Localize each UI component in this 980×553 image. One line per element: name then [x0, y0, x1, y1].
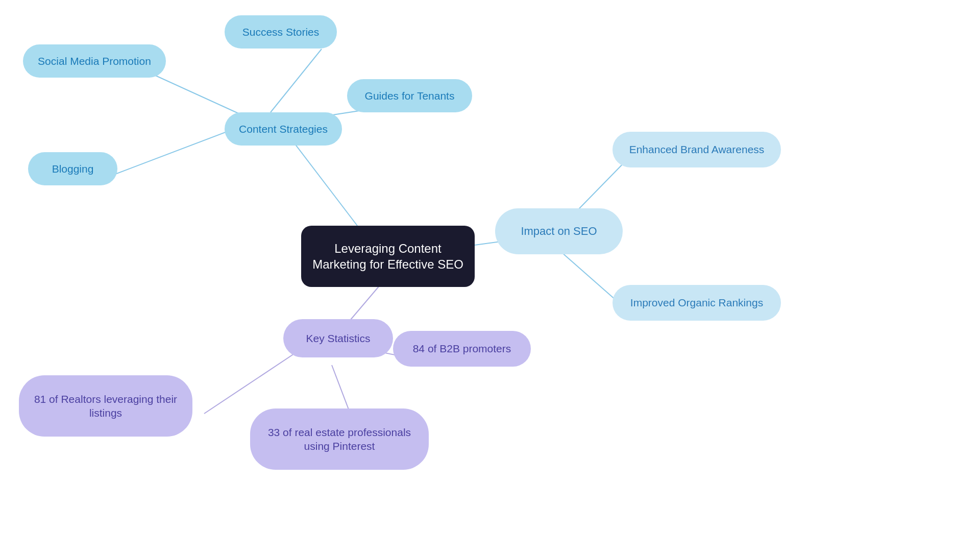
- impact-seo-node: Impact on SEO: [495, 208, 623, 254]
- b2b-promoters-label: 84 of B2B promoters: [408, 342, 517, 355]
- pinterest-label: 33 of real estate professionals using Pi…: [263, 425, 416, 453]
- success-stories-node: Success Stories: [225, 15, 337, 49]
- social-media-node: Social Media Promotion: [23, 44, 166, 78]
- pinterest-node: 33 of real estate professionals using Pi…: [250, 408, 429, 470]
- guides-tenants-label: Guides for Tenants: [360, 89, 460, 103]
- svg-line-4: [107, 129, 235, 177]
- content-strategies-node: Content Strategies: [225, 112, 342, 146]
- improved-rankings-label: Improved Organic Rankings: [625, 296, 768, 309]
- impact-seo-label: Impact on SEO: [516, 224, 602, 239]
- social-media-label: Social Media Promotion: [33, 54, 156, 68]
- blogging-label: Blogging: [47, 162, 99, 176]
- improved-rankings-node: Improved Organic Rankings: [612, 285, 781, 321]
- center-label: Leveraging Content Marketing for Effecti…: [301, 241, 475, 272]
- enhanced-brand-label: Enhanced Brand Awareness: [624, 142, 770, 156]
- svg-line-2: [271, 49, 322, 112]
- key-statistics-node: Key Statistics: [283, 319, 393, 357]
- guides-tenants-node: Guides for Tenants: [347, 79, 472, 112]
- success-stories-label: Success Stories: [237, 25, 325, 39]
- b2b-promoters-node: 84 of B2B promoters: [393, 331, 531, 367]
- enhanced-brand-node: Enhanced Brand Awareness: [612, 132, 781, 167]
- center-node: Leveraging Content Marketing for Effecti…: [301, 226, 475, 287]
- content-strategies-label: Content Strategies: [234, 122, 333, 136]
- realtors-node: 81 of Realtors leveraging their listings: [19, 375, 192, 437]
- svg-line-9: [204, 346, 306, 414]
- key-statistics-label: Key Statistics: [301, 331, 375, 345]
- realtors-label: 81 of Realtors leveraging their listings: [29, 392, 182, 420]
- blogging-node: Blogging: [28, 152, 117, 185]
